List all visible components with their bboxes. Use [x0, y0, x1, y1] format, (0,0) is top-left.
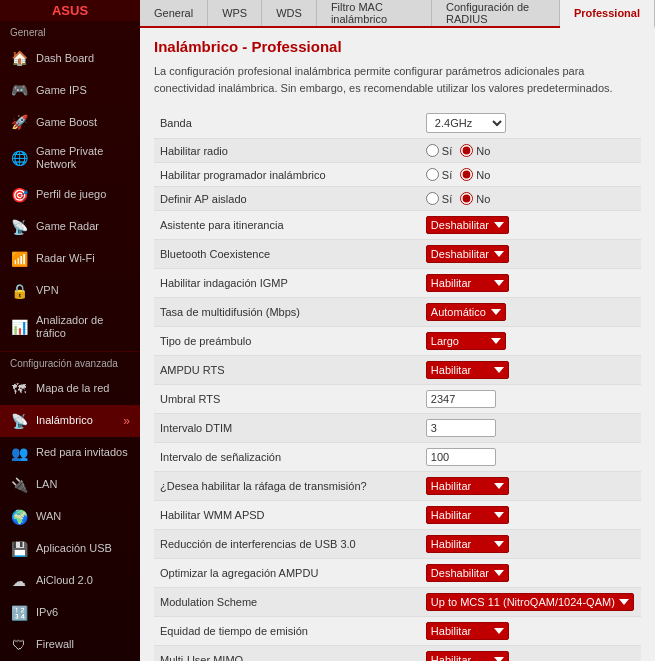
settings-row-2: Habilitar programador inalámbricoSíNo	[154, 163, 641, 187]
setting-control-8[interactable]: LargoCorto	[422, 327, 641, 356]
vpn-icon: 🔒	[10, 282, 28, 300]
red-select-14[interactable]: HabilitarDeshabilitar	[426, 506, 509, 524]
radio-input-No-3[interactable]	[460, 192, 473, 205]
setting-control-16[interactable]: DeshabilitarHabilitar	[422, 559, 641, 588]
sidebar-label-lan: LAN	[36, 478, 57, 491]
setting-control-2[interactable]: SíNo	[422, 163, 641, 187]
radio-group-3: SíNo	[426, 192, 637, 205]
radio-input-No-1[interactable]	[460, 144, 473, 157]
sidebar-label-red-invitados: Red para invitados	[36, 446, 128, 459]
sidebar-label-wan: WAN	[36, 510, 61, 523]
tab-wds[interactable]: WDS	[262, 0, 317, 26]
radio-option-Sí-2[interactable]: Sí	[426, 168, 452, 181]
setting-label-13: ¿Desea habilitar la ráfaga de transmisió…	[154, 472, 422, 501]
setting-control-3[interactable]: SíNo	[422, 187, 641, 211]
radio-option-Sí-1[interactable]: Sí	[426, 144, 452, 157]
tab-general[interactable]: General	[140, 0, 208, 26]
sidebar-item-lan[interactable]: 🔌 LAN	[0, 469, 140, 501]
setting-control-11[interactable]	[422, 414, 641, 443]
inalambrico-icon: 📡	[10, 412, 28, 430]
radio-option-No-3[interactable]: No	[460, 192, 490, 205]
text-input-11[interactable]	[426, 419, 496, 437]
radio-input-Sí-1[interactable]	[426, 144, 439, 157]
sidebar-item-dashboard[interactable]: 🏠 Dash Board	[0, 42, 140, 74]
setting-control-19[interactable]: HabilitarDeshabilitar	[422, 646, 641, 662]
setting-label-5: Bluetooth Coexistence	[154, 240, 422, 269]
red-select-8[interactable]: LargoCorto	[426, 332, 506, 350]
setting-control-13[interactable]: HabilitarDeshabilitar	[422, 472, 641, 501]
red-select-5[interactable]: DeshabilitarHabilitar	[426, 245, 509, 263]
settings-row-19: Multi-User MIMOHabilitarDeshabilitar	[154, 646, 641, 662]
sidebar-label-game-private-network: Game Private Network	[36, 145, 130, 171]
red-select-15[interactable]: HabilitarDeshabilitar	[426, 535, 509, 553]
setting-label-18: Equidad de tiempo de emisión	[154, 617, 422, 646]
red-invitados-icon: 👥	[10, 444, 28, 462]
setting-control-12[interactable]	[422, 443, 641, 472]
tab-professional[interactable]: Professional	[560, 0, 655, 28]
setting-control-5[interactable]: DeshabilitarHabilitar	[422, 240, 641, 269]
sidebar-item-aicloud[interactable]: ☁ AiCloud 2.0	[0, 565, 140, 597]
radio-option-Sí-3[interactable]: Sí	[426, 192, 452, 205]
red-select-18[interactable]: HabilitarDeshabilitar	[426, 622, 509, 640]
setting-label-7: Tasa de multidifusión (Mbps)	[154, 298, 422, 327]
sidebar-item-game-boost[interactable]: 🚀 Game Boost	[0, 106, 140, 138]
sidebar-item-wan[interactable]: 🌍 WAN	[0, 501, 140, 533]
sidebar-item-analizador[interactable]: 📊 Analizador de tráfico	[0, 307, 140, 347]
setting-control-17[interactable]: Up to MCS 11 (NitroQAM/1024-QAM)Up to MC…	[422, 588, 641, 617]
settings-row-12: Intervalo de señalización	[154, 443, 641, 472]
setting-control-10[interactable]	[422, 385, 641, 414]
tab-wps[interactable]: WPS	[208, 0, 262, 26]
setting-control-0[interactable]: 2.4GHz5GHz	[422, 108, 641, 139]
sidebar-item-game-private-network[interactable]: 🌐 Game Private Network	[0, 138, 140, 178]
settings-row-5: Bluetooth CoexistenceDeshabilitarHabilit…	[154, 240, 641, 269]
setting-control-9[interactable]: HabilitarDeshabilitar	[422, 356, 641, 385]
sidebar-item-firewall[interactable]: 🛡 Firewall	[0, 629, 140, 661]
sidebar-item-game-ips[interactable]: 🎮 Game IPS	[0, 74, 140, 106]
red-select-19[interactable]: HabilitarDeshabilitar	[426, 651, 509, 661]
page-description: La configuración profesional inalámbrica…	[154, 63, 641, 96]
text-input-12[interactable]	[426, 448, 496, 466]
red-select-6[interactable]: HabilitarDeshabilitar	[426, 274, 509, 292]
setting-control-18[interactable]: HabilitarDeshabilitar	[422, 617, 641, 646]
aicloud-icon: ☁	[10, 572, 28, 590]
setting-label-3: Definir AP aislado	[154, 187, 422, 211]
sidebar-item-aplicacion-usb[interactable]: 💾 Aplicación USB	[0, 533, 140, 565]
radio-input-Sí-3[interactable]	[426, 192, 439, 205]
red-select-17[interactable]: Up to MCS 11 (NitroQAM/1024-QAM)Up to MC…	[426, 593, 634, 611]
setting-control-6[interactable]: HabilitarDeshabilitar	[422, 269, 641, 298]
tab-filtro-mac[interactable]: Filtro MAC inalámbrico	[317, 0, 432, 26]
tab-radius[interactable]: Configuración de RADIUS	[432, 0, 560, 26]
radio-option-No-1[interactable]: No	[460, 144, 490, 157]
sidebar-label-radar-wifi: Radar Wi-Fi	[36, 252, 95, 265]
radio-input-Sí-2[interactable]	[426, 168, 439, 181]
radio-input-No-2[interactable]	[460, 168, 473, 181]
sidebar-item-mapa-red[interactable]: 🗺 Mapa de la red	[0, 373, 140, 405]
red-select-7[interactable]: Automático125.511	[426, 303, 506, 321]
setting-control-4[interactable]: DeshabilitarHabilitar	[422, 211, 641, 240]
sidebar-item-game-radar[interactable]: 📡 Game Radar	[0, 211, 140, 243]
red-select-16[interactable]: DeshabilitarHabilitar	[426, 564, 509, 582]
setting-label-10: Umbral RTS	[154, 385, 422, 414]
settings-row-6: Habilitar indagación IGMPHabilitarDeshab…	[154, 269, 641, 298]
red-select-4[interactable]: DeshabilitarHabilitar	[426, 216, 509, 234]
sidebar-item-vpn[interactable]: 🔒 VPN	[0, 275, 140, 307]
sidebar-label-dashboard: Dash Board	[36, 52, 94, 65]
sidebar-item-ipv6[interactable]: 🔢 IPv6	[0, 597, 140, 629]
top-tabs: GeneralWPSWDSFiltro MAC inalámbricoConfi…	[140, 0, 655, 28]
sidebar-item-perfil-juego[interactable]: 🎯 Perfil de juego	[0, 179, 140, 211]
red-select-13[interactable]: HabilitarDeshabilitar	[426, 477, 509, 495]
setting-control-15[interactable]: HabilitarDeshabilitar	[422, 530, 641, 559]
radio-option-No-2[interactable]: No	[460, 168, 490, 181]
setting-control-14[interactable]: HabilitarDeshabilitar	[422, 501, 641, 530]
setting-control-7[interactable]: Automático125.511	[422, 298, 641, 327]
settings-row-10: Umbral RTS	[154, 385, 641, 414]
select-0[interactable]: 2.4GHz5GHz	[426, 113, 506, 133]
setting-control-1[interactable]: SíNo	[422, 139, 641, 163]
sidebar-item-red-invitados[interactable]: 👥 Red para invitados	[0, 437, 140, 469]
aplicacion-usb-icon: 💾	[10, 540, 28, 558]
text-input-10[interactable]	[426, 390, 496, 408]
sidebar-item-radar-wifi[interactable]: 📶 Radar Wi-Fi	[0, 243, 140, 275]
sidebar-item-inalambrico[interactable]: 📡 Inalámbrico »	[0, 405, 140, 437]
sidebar-label-analizador: Analizador de tráfico	[36, 314, 130, 340]
red-select-9[interactable]: HabilitarDeshabilitar	[426, 361, 509, 379]
